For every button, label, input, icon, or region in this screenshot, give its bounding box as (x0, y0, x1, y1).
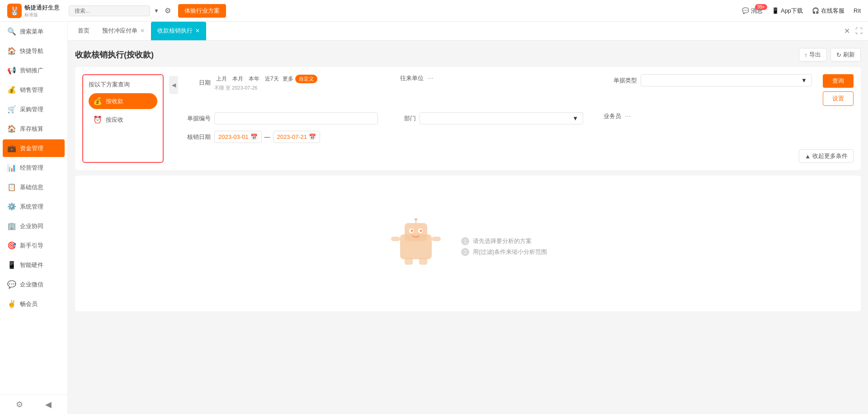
sidebar-item-inventory[interactable]: 🏠 库存核算 (0, 119, 67, 138)
filter-row-1: 日期 上月 本月 本年 近7天 更多 自定义 不限 至 (184, 74, 854, 106)
sidebar-item-corp[interactable]: 🏢 企业协同 (0, 216, 67, 236)
inventory-icon: 🏠 (7, 124, 16, 133)
sidebar-label-system: 系统管理 (20, 203, 43, 211)
dept-select[interactable]: ▼ (420, 112, 583, 124)
verify-date-start[interactable]: 2023-03-01 📅 (214, 131, 262, 143)
tip-num-2: 2 (461, 248, 469, 256)
page-title: 收款核销执行(按收款) (75, 49, 154, 60)
tab-home[interactable]: 首页 (71, 22, 96, 40)
operation-icon: 📊 (7, 163, 16, 172)
verify-date-end[interactable]: 2023-07-21 📅 (273, 131, 321, 143)
page-header: 收款核销执行(按收款) ↑ 导出 ↻ 刷新 (75, 48, 861, 62)
sidebar-item-sales[interactable]: 💰 销售管理 (0, 80, 67, 100)
member-icon: ✌️ (7, 300, 16, 308)
setting-button[interactable]: 设置 (823, 91, 854, 106)
tab-bar-actions: ✕ ⛶ (842, 25, 864, 37)
logo-text-group: 畅捷通好生意 标准版 (24, 4, 60, 18)
empty-svg (389, 219, 443, 268)
filter-staff-group: 业务员 ··· (594, 112, 788, 120)
gear-icon[interactable]: ⚙ (165, 6, 171, 15)
page-content: 收款核销执行(按收款) ↑ 导出 ↻ 刷新 按以下方案查询 (68, 41, 868, 414)
refresh-label: 刷新 (843, 51, 855, 59)
sidebar-item-wechat[interactable]: 💬 企业微信 (0, 275, 67, 294)
date-7days[interactable]: 近7天 (263, 74, 281, 84)
search-input[interactable] (69, 5, 150, 16)
system-icon: ⚙️ (7, 202, 16, 211)
sidebar-item-system[interactable]: ⚙️ 系统管理 (0, 197, 67, 216)
collapse-more-arrow: ▲ (805, 153, 811, 160)
receivable-option-label: 按应收 (106, 116, 123, 124)
purchase-icon: 🛒 (7, 105, 16, 114)
empty-tip-1: 1 请先选择要分析的方案 (461, 237, 547, 245)
staff-label: 业务员 (594, 112, 621, 120)
sidebar-item-basic[interactable]: 📋 基础信息 (0, 177, 67, 197)
empty-tip-2: 2 用[过滤]条件来缩小分析范围 (461, 248, 547, 256)
tab-receipt[interactable]: 收款核销执行 ✕ (151, 22, 206, 40)
tab-expand-icon[interactable]: ⛶ (854, 25, 864, 37)
date-this-year[interactable]: 本年 (247, 74, 261, 84)
hardware-icon: 📱 (7, 261, 16, 269)
settings-bottom-icon[interactable]: ⚙ (16, 400, 23, 409)
filter-docno-group: 单据编号 (184, 112, 378, 124)
tab-bar: 首页 预付冲应付单 ✕ 收款核销执行 ✕ ✕ ⛶ (68, 22, 868, 41)
filter-panel-title: 按以下方案查询 (89, 81, 157, 89)
message-badge: 99+ (755, 4, 767, 10)
search-icon: 🔍 (7, 27, 16, 36)
filter-collapse-toggle[interactable]: ◀ (169, 76, 178, 94)
sidebar-item-hardware[interactable]: 📱 智能硬件 (0, 255, 67, 275)
sidebar-item-purchase[interactable]: 🛒 采购管理 (0, 100, 67, 119)
user-avatar[interactable]: Rit (854, 7, 861, 14)
doctype-select[interactable]: ▼ (641, 74, 812, 86)
sidebar-item-search[interactable]: 🔍 搜索菜单 (0, 22, 67, 41)
verify-end-value: 2023-07-21 (277, 133, 307, 140)
staff-dots[interactable]: ··· (625, 112, 631, 120)
top-bar: 🐰 畅捷通好生意 标准版 ▼ ⚙ 体验行业方案 💬 消息 99+ 📱 App下载… (0, 0, 868, 22)
industry-solution-button[interactable]: 体验行业方案 (178, 4, 226, 18)
app-download[interactable]: 📱 App下载 (772, 7, 803, 15)
docno-input[interactable] (214, 112, 378, 124)
sidebar: 🔍 搜索菜单 🏠 快捷导航 📢 营销推广 💰 销售管理 🛒 采购管理 🏠 库存核… (0, 22, 68, 414)
date-this-month[interactable]: 本月 (231, 74, 245, 84)
tab-prepay[interactable]: 预付冲应付单 ✕ (96, 22, 151, 40)
top-bar-right: 💬 消息 99+ 📱 App下载 🎧 在线客服 Rit (742, 7, 861, 15)
filter-option-by-receipt[interactable]: 💰 按收款 (89, 93, 157, 109)
sidebar-item-member[interactable]: ✌️ 畅会员 (0, 294, 67, 314)
sidebar-item-guide[interactable]: 🎯 新手引导 (0, 236, 67, 255)
empty-illustration (389, 216, 443, 271)
sidebar-label-capital: 资金管理 (20, 144, 43, 152)
filter-option-by-receivable[interactable]: ⏰ 按应收 (89, 112, 157, 128)
collapse-sidebar-icon[interactable]: ◀ (45, 400, 52, 409)
sidebar-label-corp: 企业协同 (20, 222, 43, 230)
collapse-more-button[interactable]: ▲ 收起更多条件 (799, 149, 854, 163)
tab-close-all-icon[interactable]: ✕ (842, 25, 852, 37)
dropdown-icon[interactable]: ▼ (154, 8, 159, 14)
tab-receipt-close[interactable]: ✕ (195, 28, 200, 34)
docno-label: 单据编号 (184, 114, 211, 123)
tab-prepay-close[interactable]: ✕ (140, 28, 145, 34)
tab-receipt-label: 收款核销执行 (157, 27, 193, 35)
tip-num-1: 1 (461, 237, 469, 245)
date-custom[interactable]: 自定义 (295, 75, 317, 83)
tab-prepay-label: 预付冲应付单 (102, 27, 137, 35)
date-more[interactable]: 更多 (283, 75, 293, 83)
svg-rect-9 (419, 258, 427, 265)
svg-rect-6 (391, 237, 400, 241)
svg-rect-1 (405, 223, 427, 241)
sidebar-item-capital[interactable]: 💼 资金管理 (3, 139, 65, 157)
content-area: 首页 预付冲应付单 ✕ 收款核销执行 ✕ ✕ ⛶ 收款核销执行(按收款) (68, 22, 868, 414)
query-button[interactable]: 查询 (823, 74, 854, 88)
sidebar-item-quick[interactable]: 🏠 快捷导航 (0, 41, 67, 61)
sidebar-item-operation[interactable]: 📊 经营管理 (0, 158, 67, 177)
user-name: Rit (854, 7, 861, 14)
message-icon[interactable]: 💬 消息 99+ (742, 7, 763, 15)
export-button[interactable]: ↑ 导出 (799, 48, 827, 62)
online-service[interactable]: 🎧 在线客服 (812, 7, 844, 15)
refresh-button[interactable]: ↻ 刷新 (830, 48, 861, 62)
filter-verify-date-group: 核销日期 2023-03-01 📅 — 2023-07-21 📅 (184, 131, 854, 143)
sidebar-item-marketing[interactable]: 📢 营销推广 (0, 61, 67, 80)
unit-label: 往来单位 (396, 74, 424, 82)
logo-title: 畅捷通好生意 (24, 4, 60, 12)
unit-dots[interactable]: ··· (427, 74, 433, 82)
calendar-start-icon: 📅 (250, 133, 258, 140)
date-last-month[interactable]: 上月 (214, 74, 229, 84)
